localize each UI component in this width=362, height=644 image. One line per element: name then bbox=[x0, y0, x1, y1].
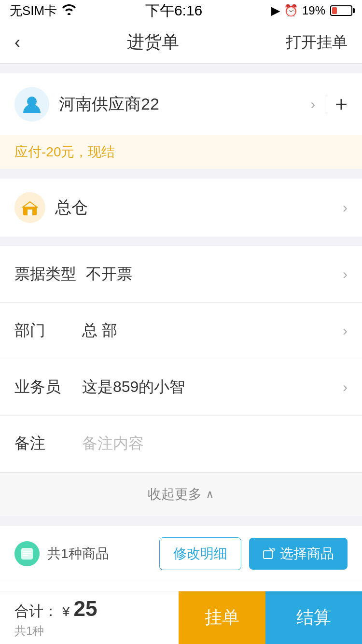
status-right: ▶ ⏰ 19% bbox=[271, 4, 352, 17]
divider-4 bbox=[0, 516, 362, 526]
select-product-button[interactable]: 选择商品 bbox=[249, 538, 348, 570]
hang-button[interactable]: 挂单 bbox=[179, 591, 265, 644]
svg-rect-2 bbox=[28, 210, 32, 215]
battery-percent: 19% bbox=[302, 4, 325, 17]
remark-label: 备注 bbox=[14, 433, 72, 454]
dept-row[interactable]: 部门 总 部 › bbox=[0, 303, 362, 359]
supplier-section: 河南供应商22 › + 应付-20元，现结 bbox=[0, 73, 362, 169]
supplier-divider bbox=[325, 95, 325, 114]
warehouse-arrow-icon: › bbox=[343, 199, 348, 216]
nav-bar: ‹ 进货单 打开挂单 bbox=[0, 21, 362, 64]
salesman-row[interactable]: 业务员 这是859的小智 › bbox=[0, 359, 362, 416]
salesman-arrow-icon: › bbox=[343, 379, 348, 395]
warehouse-row[interactable]: 总仓 › bbox=[0, 179, 362, 237]
checkout-button[interactable]: 结算 bbox=[265, 591, 362, 644]
open-pending-button[interactable]: 打开挂单 bbox=[286, 32, 348, 53]
divider-3 bbox=[0, 237, 362, 246]
dept-value: 总 部 bbox=[82, 320, 343, 341]
select-product-label: 选择商品 bbox=[280, 545, 334, 563]
total-amount: 25 bbox=[73, 597, 97, 620]
supplier-arrow-icon: › bbox=[310, 96, 315, 112]
status-bar: 无SIM卡 下午6:16 ▶ ⏰ 19% bbox=[0, 0, 362, 21]
add-supplier-button[interactable]: + bbox=[335, 94, 348, 115]
total-unit: ¥ bbox=[62, 604, 70, 619]
supplier-avatar bbox=[14, 87, 49, 122]
total-label: 合计： bbox=[14, 603, 58, 619]
invoice-type-row[interactable]: 票据类型 不开票 › bbox=[0, 246, 362, 303]
divider-1 bbox=[0, 64, 362, 73]
warehouse-section: 总仓 › bbox=[0, 179, 362, 237]
status-time: 下午6:16 bbox=[145, 1, 202, 21]
collapse-label: 收起更多 bbox=[148, 485, 202, 504]
wifi-icon bbox=[62, 3, 76, 18]
dept-arrow-icon: › bbox=[343, 322, 348, 339]
carrier-text: 无SIM卡 bbox=[10, 2, 57, 19]
notice-text: 应付-20元，现结 bbox=[14, 144, 115, 159]
svg-rect-4 bbox=[264, 551, 272, 559]
form-section: 票据类型 不开票 › 部门 总 部 › 业务员 这是859的小智 › 备注 备注… bbox=[0, 246, 362, 472]
edit-detail-button[interactable]: 修改明细 bbox=[159, 537, 241, 570]
supplier-row[interactable]: 河南供应商22 › + bbox=[0, 73, 362, 135]
product-count: 共1种商品 bbox=[47, 545, 159, 563]
supplier-name: 河南供应商22 bbox=[59, 93, 310, 115]
total-sub: 共1种 bbox=[14, 623, 164, 639]
content-area: 河南供应商22 › + 应付-20元，现结 总仓 › 票据类型 bbox=[0, 64, 362, 644]
status-left: 无SIM卡 bbox=[10, 2, 76, 19]
product-header: 共1种商品 修改明细 选择商品 bbox=[0, 526, 362, 582]
location-icon: ▶ bbox=[271, 4, 280, 17]
collapse-icon: ∧ bbox=[206, 488, 214, 501]
remark-placeholder: 备注内容 bbox=[82, 433, 348, 454]
invoice-type-label: 票据类型 bbox=[14, 264, 76, 285]
bottom-bar: 合计： ¥25 共1种 挂单 结算 bbox=[0, 591, 362, 644]
dept-label: 部门 bbox=[14, 320, 72, 341]
salesman-value: 这是859的小智 bbox=[82, 377, 343, 398]
warehouse-name: 总仓 bbox=[55, 196, 343, 219]
salesman-label: 业务员 bbox=[14, 377, 72, 398]
warehouse-icon bbox=[14, 192, 45, 223]
divider-2 bbox=[0, 169, 362, 179]
product-header-icon bbox=[14, 541, 40, 566]
remark-row[interactable]: 备注 备注内容 bbox=[0, 416, 362, 472]
page-title: 进货单 bbox=[127, 30, 179, 54]
back-button[interactable]: ‹ bbox=[14, 32, 20, 53]
total-row: 合计： ¥25 bbox=[14, 597, 164, 621]
collapse-row[interactable]: 收起更多 ∧ bbox=[0, 472, 362, 516]
alarm-icon: ⏰ bbox=[284, 4, 298, 17]
battery-icon bbox=[330, 5, 352, 16]
notice-bar: 应付-20元，现结 bbox=[0, 135, 362, 169]
invoice-arrow-icon: › bbox=[343, 266, 348, 282]
invoice-type-value: 不开票 bbox=[86, 264, 343, 285]
total-section: 合计： ¥25 共1种 bbox=[0, 597, 179, 639]
